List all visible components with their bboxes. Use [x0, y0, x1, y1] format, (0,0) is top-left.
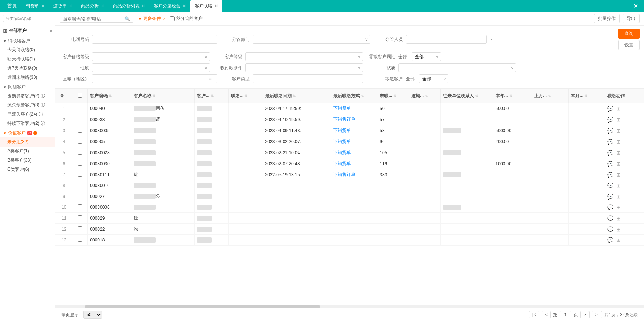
next-page-button[interactable]: >	[580, 311, 590, 318]
retail-customer-select[interactable]: 全部	[419, 74, 448, 83]
message-action-icon[interactable]: 💬	[607, 150, 613, 156]
gender-select[interactable]	[92, 63, 210, 72]
row-checkbox[interactable]	[78, 215, 82, 220]
col-header-uncontacted[interactable]: 未联... ⇅	[377, 89, 409, 103]
sales-tab[interactable]: 销货单 ✕	[21, 0, 49, 12]
purchase-tab[interactable]: 进货单 ✕	[49, 0, 77, 12]
window-close-button[interactable]: ✕	[630, 3, 641, 10]
message-action-icon[interactable]: 💬	[607, 128, 613, 134]
grid-action-icon[interactable]: ⊞	[616, 106, 621, 112]
col-header-contact[interactable]: 联络... ⇅	[229, 89, 263, 103]
value-customers-group[interactable]: ▼ 价值客户 ⟳ !	[0, 128, 55, 137]
contact-method-link[interactable]: 下销货单	[333, 106, 351, 111]
message-action-icon[interactable]: 💬	[607, 139, 613, 145]
sidebar-search-input[interactable]	[3, 15, 55, 22]
message-action-icon[interactable]: 💬	[607, 204, 613, 210]
prev-page-button[interactable]: <	[542, 311, 551, 318]
per-page-select[interactable]: 50 100	[83, 311, 102, 319]
select-all-checkbox[interactable]	[78, 93, 82, 98]
sidebar-item-7days-pending[interactable]: 近7天待联络(0)	[0, 64, 55, 73]
message-action-icon[interactable]: 💬	[607, 237, 613, 243]
table-settings-button[interactable]: ⚙	[57, 91, 66, 100]
customer-contact-tab[interactable]: 客户联络 ✕	[190, 0, 222, 12]
message-action-icon[interactable]: 💬	[607, 161, 613, 167]
grid-action-icon[interactable]: ⊞	[616, 161, 621, 167]
status-select[interactable]	[398, 63, 516, 72]
message-action-icon[interactable]: 💬	[607, 172, 613, 178]
pending-contact-group[interactable]: ▼ 待联络客户	[0, 36, 55, 45]
department-select[interactable]	[253, 35, 370, 44]
message-action-icon[interactable]: 💬	[607, 106, 613, 112]
problem-customers-group[interactable]: ▼ 问题客户	[0, 82, 55, 91]
first-page-button[interactable]: |<	[529, 311, 539, 318]
contact-method-link[interactable]: 下销售订单	[333, 117, 355, 122]
retail-attr-select[interactable]: 全部	[412, 52, 441, 61]
region-dots-icon[interactable]: ···	[207, 76, 214, 81]
product-analysis-tab[interactable]: 商品分析 ✕	[77, 0, 109, 12]
message-action-icon[interactable]: 💬	[607, 194, 613, 200]
message-action-icon[interactable]: 💬	[607, 226, 613, 232]
customer-segment-tab-close[interactable]: ✕	[183, 4, 186, 8]
row-checkbox[interactable]	[78, 150, 82, 155]
customer-contact-tab-close[interactable]: ✕	[215, 4, 218, 8]
batch-operations-button[interactable]: 批量操作	[594, 14, 620, 23]
grid-action-icon[interactable]: ⊞	[616, 172, 621, 178]
row-checkbox[interactable]	[78, 128, 82, 133]
main-search-input[interactable]	[63, 16, 124, 21]
export-button[interactable]: 导出	[623, 14, 640, 23]
sidebar-collapse-icon[interactable]: «	[50, 29, 52, 33]
search-button[interactable]: 查询	[618, 29, 640, 39]
col-header-last-month[interactable]: 上月... ⇅	[532, 89, 569, 103]
contact-method-link[interactable]: 下销货单	[333, 128, 351, 133]
col-header-name[interactable]: 客户名称 ⇅	[131, 89, 195, 103]
manager-input[interactable]	[406, 35, 487, 44]
grid-action-icon[interactable]: ⊞	[616, 226, 621, 232]
row-checkbox[interactable]	[78, 204, 82, 209]
reset-button[interactable]: 设置	[618, 40, 640, 50]
row-checkbox[interactable]	[78, 194, 82, 198]
main-search-icon[interactable]: 🔍	[124, 16, 130, 21]
all-customers-header[interactable]: ⊞ 全部客户 «	[0, 25, 55, 36]
grid-action-icon[interactable]: ⊞	[616, 194, 621, 200]
col-header-this-month[interactable]: 本月... ⇅	[569, 89, 605, 103]
message-action-icon[interactable]: 💬	[607, 215, 613, 221]
more-conditions-button[interactable]: ▼ 更多条件 ∨	[138, 15, 165, 22]
sidebar-item-lost-customers[interactable]: 已流失客户(24) ⓘ	[0, 110, 55, 119]
customer-segment-tab[interactable]: 客户分层经营 ✕	[149, 0, 190, 12]
col-header-last-contact-date[interactable]: 最后联络日期 ⇅	[263, 89, 331, 103]
col-header-company-contact[interactable]: 往来单位联系人 ⇅	[440, 89, 493, 103]
contact-method-link[interactable]: 下销货单	[333, 161, 351, 166]
contact-method-link[interactable]: 下销货单	[333, 150, 351, 155]
row-checkbox[interactable]	[78, 183, 82, 187]
sidebar-item-declining[interactable]: 持续下滑客户(2) ⓘ	[0, 119, 55, 128]
grid-action-icon[interactable]: ⊞	[616, 128, 621, 134]
contact-method-link[interactable]: 下销售订单	[333, 172, 355, 177]
grid-action-icon[interactable]: ⊞	[616, 237, 621, 243]
sidebar-item-class-b[interactable]: B类客户(33)	[0, 156, 55, 165]
col-header-code[interactable]: 客户编码 ⇅	[88, 89, 131, 103]
price-level-select[interactable]	[92, 52, 210, 61]
sales-tab-close[interactable]: ✕	[41, 4, 45, 8]
row-checkbox[interactable]	[78, 117, 82, 121]
scroll-thumb[interactable]	[85, 305, 320, 308]
row-checkbox[interactable]	[78, 161, 82, 166]
page-number-input[interactable]	[560, 311, 571, 318]
row-checkbox[interactable]	[78, 172, 82, 177]
contact-method-link[interactable]: 下销货单	[333, 139, 351, 144]
message-action-icon[interactable]: 💬	[607, 117, 613, 123]
row-checkbox[interactable]	[78, 226, 82, 231]
product-analysis-list-tab-close[interactable]: ✕	[142, 4, 145, 8]
row-checkbox[interactable]	[78, 139, 82, 144]
grid-action-icon[interactable]: ⊞	[616, 204, 621, 210]
sidebar-item-overdue-pending[interactable]: 逾期未联络(30)	[0, 73, 55, 82]
row-checkbox[interactable]	[78, 106, 82, 110]
col-header-this-year[interactable]: 本年... ⇅	[493, 89, 532, 103]
sidebar-item-hoarding-abnormal[interactable]: 囤购异常客户(2) ⓘ	[0, 91, 55, 100]
product-analysis-list-tab[interactable]: 商品分析列表 ✕	[109, 0, 149, 12]
sidebar-item-class-a[interactable]: A类客户(1)	[0, 147, 55, 156]
grid-action-icon[interactable]: ⊞	[616, 117, 621, 123]
col-header-last-contact-method[interactable]: 最后联络方式 ⇅	[331, 89, 377, 103]
grid-action-icon[interactable]: ⊞	[616, 183, 621, 188]
payment-terms-select[interactable]	[245, 63, 363, 72]
manager-dots-icon[interactable]: ···	[487, 37, 493, 42]
